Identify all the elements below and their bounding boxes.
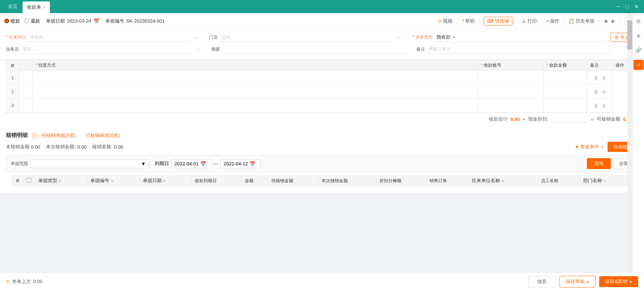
filter-row: 单据范围 ▼ 到期日 2022-04-01 📅 — 2022-04-12 📅 查… bbox=[6, 155, 638, 172]
discount-input[interactable] bbox=[551, 116, 588, 122]
salesman-input[interactable]: 选择... bbox=[21, 45, 192, 54]
row-1-note[interactable] bbox=[543, 71, 587, 85]
radio-refund[interactable]: 退款 bbox=[24, 18, 40, 24]
total-val: 0.00 bbox=[511, 117, 520, 122]
due-date-header: 收款到期日 bbox=[192, 176, 242, 186]
bill-date-header[interactable]: 单据日期 ⇅ bbox=[140, 176, 192, 186]
minimize-btn[interactable]: ─ bbox=[614, 4, 622, 9]
footer-info: ⊙ 本单上欠 0.00 bbox=[6, 278, 42, 285]
salesman-more-btn[interactable]: ··· bbox=[195, 47, 201, 52]
bill-no-header[interactable]: 单据编号 ⇅ bbox=[87, 176, 140, 186]
scroll-area[interactable] bbox=[627, 13, 632, 290]
home-nav-item[interactable]: 首页 bbox=[3, 0, 23, 13]
row-2-actions: 🗑 ⊕ bbox=[587, 85, 613, 99]
biz-type-label: 业务类型 bbox=[412, 34, 433, 40]
counterparty-input[interactable]: 请选择... bbox=[28, 33, 191, 42]
row-1-settlement[interactable] bbox=[19, 71, 32, 85]
stat-diff: 核销差额: 0.00 bbox=[92, 144, 123, 150]
row-3-settlement[interactable] bbox=[19, 99, 32, 113]
row-2-delete-icon[interactable]: 🗑 bbox=[593, 89, 598, 95]
footer-actions: 放弃 保存草稿 ▲ 保存&新增 ▲ bbox=[528, 276, 638, 287]
sidebar-copy-icon[interactable]: ⊕ bbox=[633, 31, 644, 41]
note-label: 备注 bbox=[416, 46, 425, 52]
biz-type-select[interactable]: 预收款 ▼ bbox=[435, 33, 606, 42]
row-1-copy-icon[interactable]: ⊕ bbox=[602, 75, 606, 81]
right-sidebar: ⊞ ⊕ 🔗 ⤢ bbox=[632, 13, 644, 290]
select-all-checkbox[interactable] bbox=[27, 178, 31, 183]
pending-amount-header: 待核销金额 bbox=[268, 176, 318, 186]
summary-input[interactable] bbox=[222, 45, 407, 54]
calendar-icon[interactable]: 📅 bbox=[94, 18, 99, 24]
date-from-input[interactable]: 2022-04-01 📅 bbox=[171, 159, 211, 168]
bill-no-value: SK-20230324-001 bbox=[126, 18, 165, 24]
footer-info-icon[interactable]: ⊙ bbox=[6, 279, 10, 284]
row-3-account[interactable] bbox=[32, 99, 478, 113]
tab-close-btn[interactable]: × bbox=[43, 1, 46, 13]
bill-type-header[interactable]: 单据类型 ⇅ bbox=[35, 176, 87, 186]
store-label: 门店 bbox=[209, 34, 218, 40]
row-3-actions: 🗑 ⊕ bbox=[587, 99, 613, 113]
counterparty-sort-icon: ⇅ bbox=[501, 179, 504, 183]
form-row-2: 业务员 选择... ··· 摘要 备注 请输入备注 bbox=[6, 45, 638, 54]
maximize-btn[interactable]: □ bbox=[624, 4, 631, 9]
row-1-account[interactable] bbox=[32, 71, 478, 85]
toolbar-right: ⊙ 视频 ? 帮助 ⌨ 快捷键 🖨 打印 ≡ 操作 📋 历史单据 ◀ ▶ bbox=[438, 17, 640, 26]
bill-range-label: 单据范围 bbox=[11, 161, 28, 167]
history-btn[interactable]: 📋 历史单据 bbox=[569, 18, 594, 24]
reconcile-info-icon[interactable]: i bbox=[32, 133, 37, 138]
nav-next-btn[interactable]: ▶ bbox=[612, 18, 615, 24]
save-draft-btn[interactable]: 保存草稿 ▲ bbox=[559, 276, 596, 287]
print-icon: 🖨 bbox=[522, 18, 526, 24]
save-new-btn[interactable]: 保存&新增 ▲ bbox=[599, 276, 638, 287]
more-conditions-btn[interactable]: ▼ 更多条件 ∧ bbox=[575, 144, 605, 150]
date-value[interactable]: 2023-03-24 bbox=[67, 18, 91, 24]
store-more-btn[interactable]: ··· bbox=[396, 35, 403, 40]
bottom-gear-header[interactable]: ⚙ bbox=[12, 176, 24, 186]
shortcut-btn[interactable]: ⌨ 快捷键 bbox=[484, 17, 513, 26]
table-gear-header[interactable]: ⚙ bbox=[6, 60, 19, 71]
counterparty-more-btn[interactable]: ··· bbox=[193, 35, 200, 40]
row-2-amount[interactable] bbox=[478, 85, 543, 99]
note-input[interactable]: 请输入备注 bbox=[427, 45, 612, 54]
radio-receipt[interactable]: 收款 bbox=[4, 18, 20, 24]
save-draft-chevron-icon: ▲ bbox=[586, 279, 590, 283]
help-btn[interactable]: ? 帮助 bbox=[462, 18, 475, 24]
row-2-settlement[interactable] bbox=[19, 85, 32, 99]
row-2-copy-icon[interactable]: ⊕ bbox=[602, 89, 606, 95]
bill-range-select[interactable]: ▼ bbox=[30, 159, 149, 168]
date-to-input[interactable]: 2022-04-12 📅 bbox=[220, 159, 260, 168]
filter-buttons: 查询 设置 bbox=[587, 158, 633, 169]
row-2-note[interactable] bbox=[543, 85, 587, 99]
query-btn[interactable]: 查询 bbox=[587, 158, 611, 169]
receipt-account-header: 收款账号 bbox=[478, 60, 543, 71]
store-input[interactable]: 选择... bbox=[220, 33, 394, 42]
bottom-check-header bbox=[24, 176, 35, 186]
close-btn[interactable]: ✕ bbox=[632, 4, 641, 9]
row-1-delete-icon[interactable]: 🗑 bbox=[593, 75, 598, 81]
counterparty-header[interactable]: 往来单位名称 ⇅ bbox=[468, 176, 538, 186]
row-1-amount[interactable] bbox=[478, 71, 543, 85]
bill-type-sort-icon: ⇅ bbox=[58, 179, 61, 183]
scroll-thumb[interactable] bbox=[627, 20, 632, 50]
abandon-btn[interactable]: 放弃 bbox=[528, 276, 556, 287]
date-range-field: 到期日 2022-04-01 📅 — 2022-04-12 📅 bbox=[155, 159, 260, 168]
row-3-copy-icon[interactable]: ⊕ bbox=[602, 103, 606, 109]
row-3-amount[interactable] bbox=[478, 99, 543, 113]
operation-btn[interactable]: ≡ 操作 bbox=[546, 18, 559, 24]
employee-header: 员工名称 bbox=[538, 176, 580, 186]
row-2-account[interactable] bbox=[32, 85, 478, 99]
calendar-from-icon: 📅 bbox=[200, 161, 206, 166]
sidebar-attachment-icon[interactable]: 🔗 bbox=[633, 45, 644, 55]
dept-header[interactable]: 部门名称 ⇅ bbox=[580, 176, 632, 186]
sidebar-table-icon[interactable]: ⊞ bbox=[633, 16, 644, 26]
completed-tab[interactable]: 已核销单据(0笔) bbox=[86, 132, 120, 139]
sidebar-expand-icon[interactable]: ⤢ bbox=[633, 60, 644, 70]
nav-prev-btn[interactable]: ◀ bbox=[604, 18, 607, 24]
active-tab[interactable]: 收款单 × bbox=[23, 1, 50, 13]
video-btn[interactable]: ⊙ 视频 bbox=[438, 18, 452, 24]
print-btn[interactable]: 🖨 打印 bbox=[522, 18, 537, 24]
pending-tab[interactable]: 待核销单据(0笔) bbox=[42, 132, 76, 139]
row-3-delete-icon[interactable]: 🗑 bbox=[593, 103, 598, 109]
row-3-note[interactable] bbox=[543, 99, 587, 113]
discount-header: 折扣分摊额 bbox=[376, 176, 426, 186]
